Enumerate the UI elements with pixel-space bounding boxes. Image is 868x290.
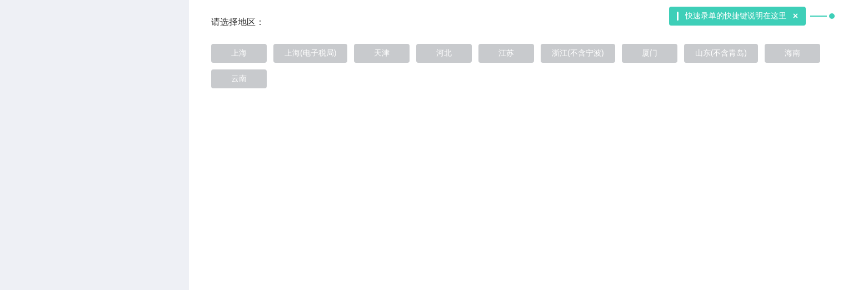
main-content: 快速录单的快捷键说明在这里 × 请选择地区： 上海上海(电子税局)天津河北江苏浙…: [189, 0, 868, 290]
region-btn-yunnan[interactable]: 云南: [211, 69, 267, 88]
tooltip-close-button[interactable]: ×: [793, 11, 798, 21]
region-btn-tianjin[interactable]: 天津: [354, 44, 410, 63]
region-btn-hainan[interactable]: 海南: [765, 44, 820, 63]
tooltip-dot: [829, 13, 835, 19]
region-btn-xiamen[interactable]: 厦门: [622, 44, 677, 63]
region-btn-shandong[interactable]: 山东(不含青岛): [684, 44, 758, 63]
tooltip-line: [810, 16, 827, 17]
tooltip-text: 快速录单的快捷键说明在这里: [685, 11, 786, 21]
bar-indicator-icon: [677, 12, 679, 21]
region-buttons: 上海上海(电子税局)天津河北江苏浙江(不含宁波)厦门山东(不含青岛)海南云南: [211, 44, 846, 88]
tooltip-box: 快速录单的快捷键说明在这里 ×: [669, 7, 806, 26]
tooltip-right-indicator: [810, 13, 835, 19]
left-sidebar: [0, 0, 189, 290]
region-btn-shanghai[interactable]: 上海: [211, 44, 267, 63]
region-btn-hebei[interactable]: 河北: [416, 44, 472, 63]
region-btn-jiangsu[interactable]: 江苏: [478, 44, 534, 63]
region-btn-zhejiang[interactable]: 浙江(不含宁波): [541, 44, 615, 63]
tooltip-container: 快速录单的快捷键说明在这里 ×: [669, 7, 835, 26]
region-btn-shanghai-etax[interactable]: 上海(电子税局): [273, 44, 347, 63]
